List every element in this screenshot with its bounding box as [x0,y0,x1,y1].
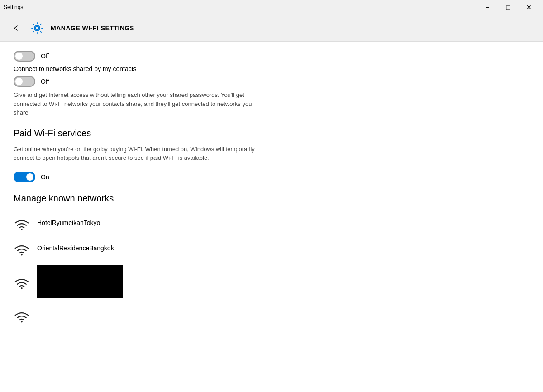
network-list: HotelRyumeikanTokyo OrientalResidenceBan… [14,210,529,328]
toggle-thumb-1 [15,53,23,60]
app-title: MANAGE WI-FI SETTINGS [51,24,134,32]
toggle-track-paid [14,172,35,182]
close-button[interactable]: ✕ [519,0,539,14]
toggle-thumb-2 [15,78,23,85]
svg-point-2 [21,253,23,255]
contacts-network-label: Connect to networks shared by my contact… [14,65,529,72]
title-bar-left: Settings [4,4,23,10]
back-button[interactable] [9,21,24,35]
paid-wifi-description: Get online when you're on the go by buyi… [14,145,267,163]
toggle-track-1 [14,51,35,62]
wifi-icon-4 [14,307,30,323]
minimize-button[interactable]: − [477,0,498,14]
network-item-1[interactable]: HotelRyumeikanTokyo [14,210,529,235]
paid-wifi-state: On [41,173,49,181]
title-bar-controls: − □ ✕ [477,0,539,14]
back-arrow-icon [13,24,20,32]
toggle-label-1: Off [41,53,49,60]
toggle-row-2: Off [14,76,529,87]
wifi-icon-3 [14,273,30,290]
network-item-3[interactable] [14,261,529,302]
toggle-label-2: Off [41,78,49,85]
maximize-button[interactable]: □ [498,0,519,14]
network-item-2[interactable]: OrientalResidenceBangkok [14,235,529,261]
toggle-shared-networks-off-2[interactable] [14,76,35,87]
toggle-row-1: Off [14,51,529,62]
redacted-network-name-3 [37,265,123,298]
svg-point-3 [21,287,23,289]
toggle-row-paid-wifi: On [14,172,529,182]
network-name-1: HotelRyumeikanTokyo [37,219,100,226]
wifi-icon-1 [14,215,30,231]
toggle-track-2 [14,76,35,87]
toggle-shared-networks-off-1[interactable] [14,51,35,62]
svg-point-1 [21,228,23,230]
contacts-description: Give and get Internet access without tel… [14,91,267,117]
paid-wifi-heading: Paid Wi-Fi services [14,128,529,139]
app-header: MANAGE WI-FI SETTINGS [0,14,543,42]
gear-icon [31,22,43,34]
network-item-4[interactable] [14,302,529,328]
svg-point-4 [21,320,23,322]
toggle-paid-wifi[interactable] [14,172,35,182]
title-bar-title: Settings [4,4,23,10]
wifi-icon-2 [14,240,30,256]
toggle-thumb-paid [26,173,33,181]
manage-networks-heading: Manage known networks [14,193,529,204]
svg-point-0 [35,26,39,30]
network-name-2: OrientalResidenceBangkok [37,244,114,252]
title-bar: Settings − □ ✕ [0,0,543,14]
content-area: Off Connect to networks shared by my con… [0,42,543,392]
